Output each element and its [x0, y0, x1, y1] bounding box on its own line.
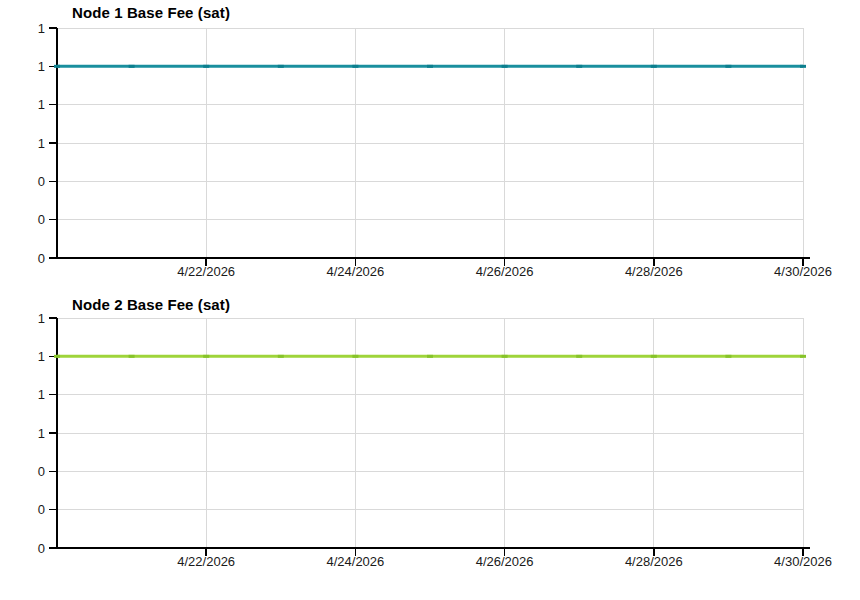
series-point-marker: [54, 355, 60, 358]
y-tick-label: 0: [38, 541, 45, 556]
series-point-marker: [502, 355, 508, 358]
series-point-marker: [278, 355, 284, 358]
series-point-marker: [352, 65, 358, 68]
series-point-marker: [725, 355, 731, 358]
y-tick-label: 1: [38, 311, 45, 326]
series-point-marker: [800, 355, 806, 358]
series-point-marker: [427, 355, 433, 358]
x-tick-label: 4/26/2026: [476, 554, 534, 569]
x-tick-label: 4/28/2026: [625, 554, 683, 569]
x-tick-label: 4/22/2026: [177, 554, 235, 569]
series-point-marker: [576, 65, 582, 68]
x-tick-label: 4/26/2026: [476, 264, 534, 279]
x-tick-label: 4/24/2026: [326, 264, 384, 279]
y-tick-label: 1: [38, 97, 45, 112]
series-point-marker: [651, 355, 657, 358]
charts-dashboard: Node 1 Base Fee (sat) 11110004/22/20264/…: [0, 0, 860, 600]
y-tick-label: 1: [38, 136, 45, 151]
series-point-marker: [278, 65, 284, 68]
x-tick-label: 4/24/2026: [326, 554, 384, 569]
y-tick-label: 0: [38, 502, 45, 517]
series-point-marker: [427, 65, 433, 68]
series-point-marker: [203, 65, 209, 68]
y-tick-label: 1: [38, 349, 45, 364]
series-point-marker: [203, 355, 209, 358]
chart-plot-area: 11110004/22/20264/24/20264/26/20264/28/2…: [0, 290, 860, 580]
y-tick-label: 1: [38, 387, 45, 402]
y-tick-label: 1: [38, 21, 45, 36]
chart-node-2-base-fee: Node 2 Base Fee (sat) 11110004/22/20264/…: [0, 290, 860, 580]
x-tick-label: 4/30/2026: [774, 554, 832, 569]
series-point-marker: [576, 355, 582, 358]
series-point-marker: [725, 65, 731, 68]
series-point-marker: [502, 65, 508, 68]
y-tick-label: 0: [38, 212, 45, 227]
series-point-marker: [352, 355, 358, 358]
series-point-marker: [651, 65, 657, 68]
y-tick-label: 1: [38, 426, 45, 441]
y-tick-label: 0: [38, 464, 45, 479]
series-point-marker: [54, 65, 60, 68]
series-point-marker: [800, 65, 806, 68]
x-tick-label: 4/28/2026: [625, 264, 683, 279]
y-tick-label: 0: [38, 251, 45, 266]
x-tick-label: 4/22/2026: [177, 264, 235, 279]
series-point-marker: [129, 65, 135, 68]
x-tick-label: 4/30/2026: [774, 264, 832, 279]
chart-node-1-base-fee: Node 1 Base Fee (sat) 11110004/22/20264/…: [0, 0, 860, 290]
y-tick-label: 0: [38, 174, 45, 189]
series-point-marker: [129, 355, 135, 358]
y-tick-label: 1: [38, 59, 45, 74]
chart-plot-area: 11110004/22/20264/24/20264/26/20264/28/2…: [0, 0, 860, 290]
